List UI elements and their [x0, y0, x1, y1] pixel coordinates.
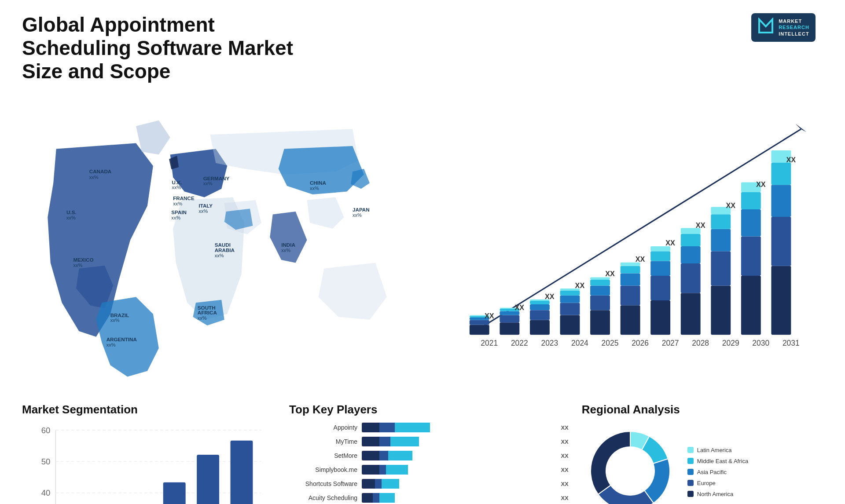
segmentation-section: Market Segmentation 60 50 40 30 20 10 20… — [22, 403, 276, 504]
page-title: Global Appointment Scheduling Software M… — [22, 13, 321, 83]
legend-color — [687, 458, 694, 464]
svg-text:2024: 2024 — [571, 339, 588, 347]
key-player-stacked-bar — [362, 451, 558, 460]
legend-color — [687, 491, 694, 497]
svg-text:2027: 2027 — [662, 339, 679, 347]
key-player-name: Shortcuts Software — [289, 480, 357, 487]
svg-rect-57 — [590, 285, 610, 295]
svg-text:BRAZIL: BRAZIL — [110, 312, 129, 318]
svg-rect-61 — [621, 285, 640, 305]
donut-chart — [582, 423, 679, 504]
svg-text:2026: 2026 — [632, 339, 649, 347]
svg-text:xx%: xx% — [66, 215, 76, 220]
svg-text:40: 40 — [41, 488, 51, 497]
svg-rect-42 — [500, 311, 520, 315]
svg-text:2029: 2029 — [722, 339, 739, 347]
legend-item: Latin America — [687, 447, 748, 453]
svg-text:FRANCE: FRANCE — [173, 195, 195, 201]
segmentation-title: Market Segmentation — [22, 403, 276, 416]
svg-rect-134 — [163, 482, 186, 504]
top-section: CANADA xx% U.S. xx% MEXICO xx% BRAZIL xx… — [0, 88, 845, 398]
svg-rect-87 — [772, 185, 791, 217]
svg-text:XX: XX — [575, 281, 585, 289]
key-players-chart: AppointyXXMyTimeXXSetMoreXXSimplybook.me… — [289, 423, 569, 503]
svg-rect-67 — [651, 261, 671, 276]
svg-rect-51 — [560, 303, 580, 315]
svg-text:XX: XX — [606, 270, 615, 278]
svg-rect-76 — [711, 251, 731, 285]
svg-text:ARGENTINA: ARGENTINA — [107, 336, 137, 342]
key-player-name: Appointy — [289, 424, 357, 431]
key-player-row: AppointyXX — [289, 423, 569, 432]
svg-text:xx%: xx% — [198, 315, 207, 321]
svg-rect-52 — [560, 295, 580, 303]
svg-text:XX: XX — [636, 255, 645, 263]
svg-text:XX: XX — [726, 201, 736, 209]
regional-section: Regional Analysis Latin AmericaMiddle Ea… — [582, 403, 823, 504]
key-player-bar-area: XX — [362, 465, 569, 475]
svg-text:2031: 2031 — [783, 339, 800, 347]
legend-label: Europe — [697, 480, 716, 486]
svg-text:xx%: xx% — [310, 185, 319, 190]
svg-rect-62 — [621, 273, 640, 285]
svg-text:XX: XX — [696, 221, 705, 229]
key-player-name: Acuity Scheduling — [289, 494, 357, 501]
svg-text:2021: 2021 — [481, 339, 498, 347]
bottom-section: Market Segmentation 60 50 40 30 20 10 20… — [0, 398, 845, 504]
svg-text:XX: XX — [485, 311, 494, 319]
svg-text:xx%: xx% — [203, 181, 213, 186]
key-player-stacked-bar — [362, 437, 558, 446]
svg-rect-73 — [681, 234, 701, 246]
svg-text:U.S.: U.S. — [66, 209, 77, 215]
svg-marker-0 — [759, 19, 772, 33]
svg-rect-46 — [530, 310, 550, 320]
svg-text:xx%: xx% — [89, 175, 99, 180]
svg-text:INDIA: INDIA — [281, 242, 295, 248]
svg-rect-65 — [651, 300, 671, 335]
svg-rect-81 — [741, 236, 761, 275]
bar-chart: 2021 2022 2023 2024 2025 2026 2027 2028 … — [450, 96, 823, 361]
svg-text:xx%: xx% — [171, 215, 180, 220]
svg-rect-63 — [621, 266, 640, 273]
key-player-value: XX — [561, 453, 568, 459]
svg-rect-66 — [651, 276, 671, 300]
svg-text:xx%: xx% — [281, 248, 290, 253]
svg-rect-70 — [681, 293, 701, 335]
regional-chart-wrap: Latin AmericaMiddle East & AfricaAsia Pa… — [582, 423, 823, 504]
svg-text:2030: 2030 — [753, 339, 770, 347]
key-player-bar-area: XX — [362, 479, 569, 489]
svg-text:XX: XX — [666, 239, 676, 247]
svg-rect-75 — [711, 285, 731, 335]
svg-rect-53 — [560, 290, 580, 295]
svg-text:xx%: xx% — [353, 212, 362, 217]
legend-color — [687, 447, 694, 453]
key-player-value: XX — [561, 495, 568, 501]
svg-rect-86 — [772, 217, 791, 266]
svg-rect-50 — [560, 315, 580, 335]
svg-text:xx%: xx% — [172, 185, 181, 190]
bar-chart-container: 2021 2022 2023 2024 2025 2026 2027 2028 … — [450, 92, 823, 361]
svg-text:GERMANY: GERMANY — [203, 175, 230, 181]
legend-label: Middle East & Africa — [697, 458, 748, 464]
logo-letter — [757, 18, 774, 37]
svg-rect-72 — [681, 246, 701, 263]
svg-rect-60 — [621, 305, 640, 335]
svg-text:CANADA: CANADA — [89, 168, 112, 174]
legend-label: Latin America — [697, 447, 732, 453]
logo-text: MARKET RESEARCH INTELLECT — [779, 18, 809, 37]
svg-rect-71 — [681, 263, 701, 293]
svg-text:SPAIN: SPAIN — [171, 209, 187, 215]
svg-rect-59 — [590, 277, 610, 280]
svg-text:xx%: xx% — [73, 262, 83, 267]
key-player-value: XX — [561, 424, 568, 431]
svg-text:50: 50 — [41, 457, 51, 466]
svg-rect-68 — [651, 251, 671, 261]
svg-rect-40 — [500, 322, 520, 335]
svg-text:2022: 2022 — [511, 339, 528, 347]
svg-text:xx%: xx% — [198, 208, 208, 213]
svg-rect-135 — [197, 455, 219, 504]
svg-text:xx%: xx% — [110, 318, 120, 323]
svg-rect-35 — [470, 325, 489, 335]
key-player-bar-area: XX — [362, 437, 569, 446]
key-player-row: SetMoreXX — [289, 451, 569, 460]
